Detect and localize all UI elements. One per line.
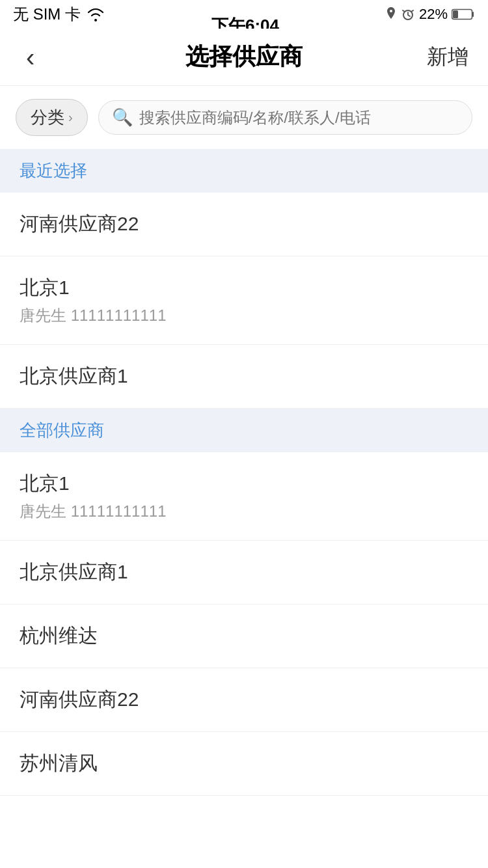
list-item[interactable]: 河南供应商22	[0, 668, 488, 732]
svg-rect-2	[453, 10, 458, 18]
sections-container: 最近选择河南供应商22北京1唐先生 11111111111北京供应商1全部供应商…	[0, 149, 488, 796]
search-box: 🔍	[98, 100, 472, 135]
list-item[interactable]: 河南供应商22	[0, 193, 488, 256]
search-icon: 🔍	[112, 107, 133, 128]
category-label: 分类	[31, 106, 64, 129]
battery-icon	[452, 8, 475, 20]
filter-bar: 分类 › 🔍	[0, 86, 488, 149]
section-header-all: 全部供应商	[0, 409, 488, 452]
back-button[interactable]: ‹	[20, 38, 41, 77]
chevron-right-icon: ›	[68, 110, 73, 125]
add-button[interactable]: 新增	[427, 43, 468, 72]
nav-bar: ‹ 选择供应商 新增	[0, 29, 488, 86]
wifi-icon	[86, 7, 105, 21]
list-item[interactable]: 杭州维达	[0, 604, 488, 668]
item-name: 河南供应商22	[20, 211, 468, 237]
item-name: 河南供应商22	[20, 686, 468, 713]
list-item[interactable]: 北京供应商1	[0, 345, 488, 409]
list-item[interactable]: 北京1唐先生 11111111111	[0, 452, 488, 541]
category-button[interactable]: 分类 ›	[16, 99, 88, 136]
status-bar: 无 SIM 卡 下午6:04 22%	[0, 0, 488, 29]
item-name: 苏州清风	[20, 750, 468, 777]
status-right: 22%	[385, 6, 475, 23]
list-item[interactable]: 苏州清风	[0, 732, 488, 796]
item-name: 北京供应商1	[20, 363, 468, 390]
location-icon	[385, 7, 397, 21]
list-item[interactable]: 北京1唐先生 11111111111	[0, 256, 488, 345]
item-sub: 唐先生 11111111111	[20, 501, 468, 522]
status-left: 无 SIM 卡	[13, 4, 105, 25]
item-name: 北京供应商1	[20, 559, 468, 586]
section-header-recent: 最近选择	[0, 149, 488, 193]
item-name: 杭州维达	[20, 623, 468, 649]
search-input[interactable]	[139, 109, 459, 127]
item-name: 北京1	[20, 470, 468, 497]
battery-label: 22%	[419, 6, 448, 23]
alarm-icon	[401, 7, 415, 21]
nav-title: 选择供应商	[185, 41, 303, 73]
item-name: 北京1	[20, 275, 468, 301]
list-item[interactable]: 北京供应商1	[0, 541, 488, 604]
item-sub: 唐先生 11111111111	[20, 305, 468, 326]
sim-label: 无 SIM 卡	[13, 4, 81, 25]
